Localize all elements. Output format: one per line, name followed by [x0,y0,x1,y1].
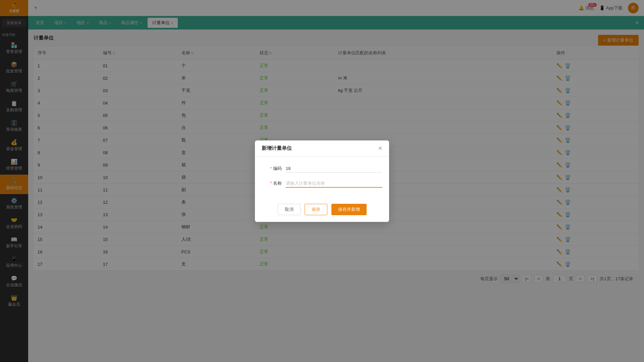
modal-title: 新增计量单位 [262,145,292,152]
name-input[interactable] [286,179,382,188]
save-button[interactable]: 保存 [305,204,327,215]
add-unit-modal: 新增计量单位 ✕ * 编码 * 名称 取消 保存 保存并新增 [255,140,389,222]
cancel-button[interactable]: 取消 [278,204,301,215]
save-and-new-button[interactable]: 保存并新增 [331,204,367,215]
name-required-mark: * [270,181,273,186]
modal-body: * 编码 * 名称 [255,157,389,200]
name-form-row: * 名称 [262,179,382,188]
code-label: * 编码 [262,166,282,172]
code-form-row: * 编码 [262,165,382,173]
modal-footer: 取消 保存 保存并新增 [255,200,389,222]
code-input[interactable] [286,165,382,173]
code-required-mark: * [270,166,273,171]
modal-close-button[interactable]: ✕ [378,145,382,152]
modal-header: 新增计量单位 ✕ [255,140,389,157]
modal-overlay[interactable]: 新增计量单位 ✕ * 编码 * 名称 取消 保存 保存并新增 [0,0,644,362]
name-label: * 名称 [262,180,282,186]
